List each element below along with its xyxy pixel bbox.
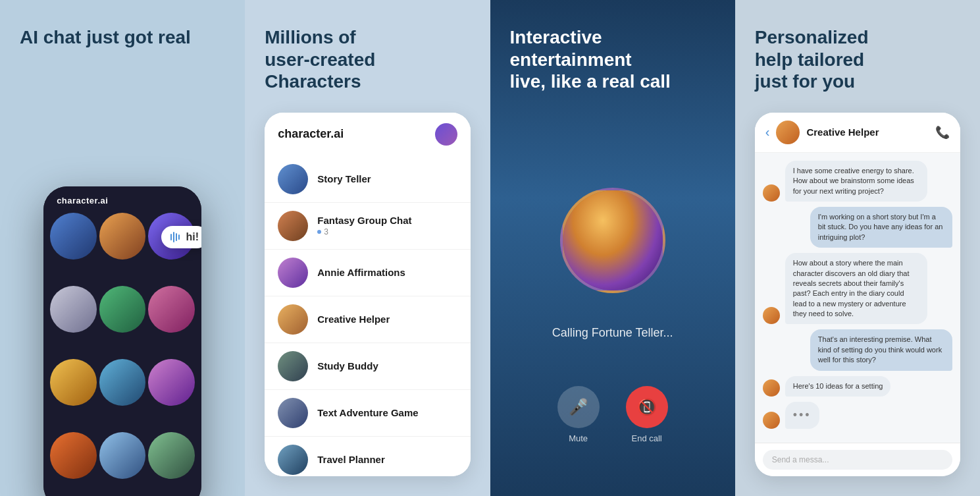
chat-input-bar: Send a messa... [755,443,960,476]
panel2-heading: Millions ofuser-createdCharacters [265,26,470,93]
char-name-6: Text Adventure Game [317,407,457,418]
call-screen: Calling Fortune Teller... 🎤 Mute 📵 End c… [510,106,715,476]
char-info-6: Text Adventure Game [317,407,457,418]
char-name-7: Travel Planner [317,454,457,465]
online-dot [317,230,321,234]
chat-contact-avatar [776,121,800,144]
end-call-button[interactable]: 📵 End call [626,386,668,443]
char-avatar-1 [278,164,308,194]
character-list-mockup: character.ai Story Teller Fantasy Group … [265,113,470,476]
chat-input-field[interactable]: Send a messa... [763,450,952,470]
avatar-7 [50,359,97,406]
typing-dots: ••• [793,408,812,422]
message-bubble: How about a story where the main charact… [785,253,927,324]
hi-bubble: hi! [161,226,202,248]
char-avatar-7 [278,445,308,475]
avatar-1 [50,213,97,260]
char-name-5: Study Buddy [317,360,457,372]
calling-status: Calling Fortune Teller... [552,326,673,340]
call-controls: 🎤 Mute 📵 End call [557,386,668,443]
chat-messages: I have some creative energy to share. Ho… [755,153,960,443]
end-call-btn-circle[interactable]: 📵 [626,386,668,428]
panel3-heading: Interactiveentertainmentlive, like a rea… [510,26,715,93]
char-info-3: Annie Affirmations [317,267,457,278]
end-call-icon: 📵 [637,398,657,416]
avatar-6 [148,286,195,333]
char-info-5: Study Buddy [317,360,457,372]
fortune-teller-portrait [563,190,663,290]
panel-call: Interactiveentertainmentlive, like a rea… [490,0,735,496]
char-info-2: Fantasy Group Chat 3 [317,215,457,236]
message-bubble: Here's 10 ideas for a setting [785,376,891,397]
message-row-4: That's an interesting premise. What kind… [763,329,952,370]
message-row-1: I have some creative energy to share. Ho… [763,161,952,202]
phone-icon[interactable]: 📞 [935,125,950,140]
char-info-1: Story Teller [317,173,457,184]
ai-avatar-sm [763,412,780,429]
message-row-5: Here's 10 ideas for a setting [763,376,952,397]
character-list: Story Teller Fantasy Group Chat 3 Annie … [265,156,470,476]
char-avatar-2 [278,211,308,241]
app-logo: character.ai [278,127,344,141]
char-avatar-4 [278,304,308,335]
panel-chat: Personalizedhelp tailoredjust for you ‹ … [735,0,980,496]
char-info-4: Creative Helper [317,314,457,325]
char-avatar-5 [278,351,308,381]
avatar-2 [99,213,146,260]
list-item[interactable]: Text Adventure Game [265,390,470,437]
avatar-4 [50,286,97,333]
message-row-2: I'm working on a short story but I'm a b… [763,207,952,248]
user-avatar [435,123,457,146]
mute-btn-circle[interactable]: 🎤 [557,386,600,428]
message-row-6: ••• [763,402,952,429]
mic-icon: 🎤 [569,398,588,416]
brand-logo: character.ai [57,196,108,206]
char-name-2: Fantasy Group Chat [317,215,457,226]
char-avatar-3 [278,258,308,288]
chat-mockup: ‹ Creative Helper 📞 I have some creative… [755,113,960,476]
caller-avatar [560,188,665,293]
message-bubble: I have some creative energy to share. Ho… [785,161,927,202]
back-button[interactable]: ‹ [765,124,770,140]
panel4-heading: Personalizedhelp tailoredjust for you [755,26,960,93]
hi-text: hi! [186,231,199,243]
avatar-9 [148,359,195,406]
typing-indicator: ••• [785,402,819,429]
message-bubble: I'm working on a short story but I'm a b… [810,207,952,248]
app-header: character.ai [265,113,470,156]
avatar-11 [99,432,146,479]
chat-contact-name: Creative Helper [806,126,929,138]
mute-label: Mute [569,433,588,443]
message-row-3: How about a story where the main charact… [763,253,952,324]
phone-mockup: character.ai hi! [43,186,201,496]
avatar-10 [50,432,97,479]
avatar-8 [99,359,146,406]
ai-avatar-sm [763,307,780,324]
wave-icon [170,232,180,242]
list-item[interactable]: Study Buddy [265,343,470,390]
list-item[interactable]: Creative Helper [265,296,470,343]
ai-avatar-sm [763,379,780,397]
panel-ai-chat: AI chat just got real character.ai hi! [0,0,245,496]
ai-avatar-sm [763,184,780,202]
panel1-heading: AI chat just got real [20,26,225,49]
panel-characters: Millions ofuser-createdCharacters charac… [245,0,490,496]
chat-header: ‹ Creative Helper 📞 [755,113,960,153]
avatar-5 [99,286,146,333]
char-info-7: Travel Planner [317,454,457,465]
avatar-12 [148,432,195,479]
char-avatar-6 [278,398,308,428]
char-sub-2: 3 [317,227,457,236]
end-call-label: End call [632,433,662,443]
message-bubble: That's an interesting premise. What kind… [810,329,952,370]
list-item[interactable]: Travel Planner [265,437,470,476]
list-item[interactable]: Annie Affirmations [265,250,470,296]
char-name-3: Annie Affirmations [317,267,457,278]
list-item[interactable]: Fantasy Group Chat 3 [265,203,470,250]
list-item[interactable]: Story Teller [265,156,470,203]
mute-button[interactable]: 🎤 Mute [557,386,600,443]
phone-screen: character.ai hi! [43,186,201,496]
char-name-4: Creative Helper [317,314,457,325]
char-name-1: Story Teller [317,173,457,184]
